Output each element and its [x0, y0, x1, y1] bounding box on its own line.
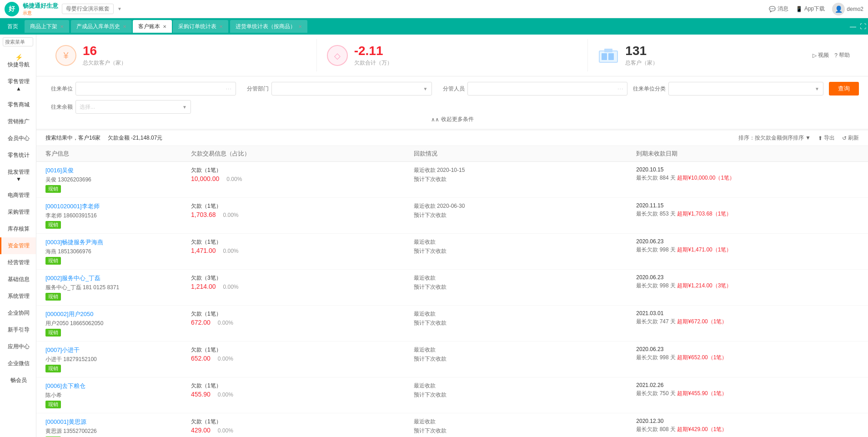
debt-percent-1: 0.00% — [223, 212, 239, 218]
debt-percent-4: 0.00% — [218, 320, 233, 326]
app-icon: 📱 — [796, 6, 803, 12]
overdue-info-5: 2020.06.23 最长欠款 998 天 超期¥652.00（1笔） — [636, 346, 859, 372]
stat-icon-debt: ¥ — [55, 44, 77, 67]
overdue-info-1: 2020.11.15 最长欠款 853 天 超期¥1,703.68（1笔） — [636, 202, 859, 229]
tab-inbound[interactable]: 进货单统计表（按商品） ✕ — [230, 20, 307, 33]
tab-produce[interactable]: 产成品入库单历史 ✕ — [71, 20, 132, 33]
company-name[interactable]: 母婴行业演示账套 — [62, 4, 114, 14]
debt-count-3: 欠款（3笔） — [191, 274, 221, 282]
filter-select-category[interactable]: ▼ — [668, 82, 823, 95]
sidebar-item-vip[interactable]: 畅会员 — [0, 372, 36, 389]
sidebar-item-warehouse[interactable]: 库存核算 — [0, 221, 36, 237]
overdue-date-2: 2020.06.23 — [636, 238, 859, 245]
filter-select-dept[interactable]: ▼ — [271, 82, 432, 95]
tab-close-customer[interactable]: ✕ — [163, 24, 166, 29]
overdue-amount-6[interactable]: 超期¥455.90（1笔） — [677, 390, 727, 397]
debt-percent-7: 0.00% — [218, 427, 233, 434]
search-menu-input[interactable] — [3, 37, 33, 46]
table-rows: [0016]吴俊 吴俊 13026203696 现销 欠款（1笔） 10,000… — [36, 162, 868, 437]
customer-name-6[interactable]: [0006]去下粮仓 — [45, 382, 191, 390]
customer-info-7: [000001]黄思源 黄思源 13552700226 现销 — [45, 418, 191, 437]
sidebar-item-finance[interactable]: 资金管理 — [0, 237, 36, 254]
export-btn[interactable]: ⬆ 导出 — [818, 134, 835, 142]
message-btn[interactable]: 💬 消息 — [769, 5, 788, 13]
customer-name-2[interactable]: [0003]畅捷服务尹海燕 — [45, 238, 191, 246]
table-row: [000001]黄思源 黄思源 13552700226 现销 欠款（1笔） 42… — [36, 413, 868, 437]
filter-input-person[interactable]: ··· — [467, 82, 628, 95]
sidebar-item-member[interactable]: 会员中心 — [0, 130, 36, 147]
tab-home[interactable]: 首页 — [2, 20, 24, 33]
sidebar-item-quick-nav[interactable]: ⚡ 快捷导航 — [0, 49, 36, 73]
overdue-amount-7[interactable]: 超期¥429.00（1笔） — [677, 426, 727, 432]
sidebar-item-retail-stats[interactable]: 零售统计 — [0, 147, 36, 164]
overdue-amount-4[interactable]: 超期¥672.00（1笔） — [677, 318, 727, 325]
tab-goods[interactable]: 商品上下架 ✕ — [25, 20, 69, 33]
sidebar-item-system[interactable]: 系统管理 — [0, 288, 36, 305]
help-btn[interactable]: ? 帮助 — [834, 51, 850, 59]
filter-input-unit[interactable]: ··· — [75, 82, 236, 95]
tab-close-produce[interactable]: ✕ — [123, 24, 126, 29]
filter-row-1: 往来单位 ··· 分管部门 ▼ 分管人员 · — [45, 82, 859, 95]
sidebar-item-apps[interactable]: 应用中心 — [0, 338, 36, 355]
overdue-amount-3[interactable]: 超期¥1,214.00（3笔） — [677, 282, 732, 289]
collapse-btn[interactable]: ∧∧ 收起更多条件 — [431, 116, 474, 123]
quick-nav-icon: ⚡ — [4, 54, 33, 61]
user-profile[interactable]: 👤 demo2 — [832, 3, 863, 15]
sidebar-item-ops[interactable]: 经营管理 — [0, 254, 36, 271]
overdue-info-6: 2021.02.26 最长欠款 750 天 超期¥455.90（1笔） — [636, 382, 859, 408]
customer-name-4[interactable]: [000002]用户2050 — [45, 310, 191, 318]
recovery-info-3: 最近收款 预计下次收款 — [414, 274, 637, 301]
sidebar-item-marketing[interactable]: 营销推广 — [0, 113, 36, 130]
sidebar-item-basic[interactable]: 基础信息 — [0, 271, 36, 288]
tab-close-goods[interactable]: ✕ — [60, 24, 64, 29]
tab-close-inbound[interactable]: ✕ — [298, 24, 302, 29]
customer-name-0[interactable]: [0016]吴俊 — [45, 166, 191, 175]
customer-name-7[interactable]: [000001]黄思源 — [45, 418, 191, 426]
overdue-amount-5[interactable]: 超期¥652.00（1笔） — [677, 354, 727, 361]
overdue-amount-1[interactable]: 超期¥1,703.68（1笔） — [677, 211, 732, 217]
debt-count-1: 欠款（1笔） — [191, 202, 221, 210]
sidebar-item-enterprise[interactable]: 企业协同 — [0, 305, 36, 321]
customer-name-1[interactable]: [0001020001]李老师 — [45, 202, 191, 211]
refresh-btn[interactable]: ↺ 刷新 — [842, 134, 859, 142]
sidebar-item-retail-mgmt[interactable]: 零售管理 ▲ — [0, 73, 36, 96]
customer-name-3[interactable]: [0002]服务中心_丁磊 — [45, 274, 191, 282]
tab-purchase[interactable]: 采购订单统计表 ✕ — [173, 20, 228, 33]
company-dropdown-icon[interactable]: ▼ — [117, 6, 122, 11]
debt-top-4: 欠款（1笔） — [191, 310, 414, 318]
overdue-amount-0[interactable]: 超期¥10,000.00（1笔） — [677, 175, 735, 181]
recovery-next-7: 预计下次收款 — [414, 427, 637, 435]
recovery-next-3: 预计下次收款 — [414, 283, 637, 291]
search-button[interactable]: 查询 — [829, 82, 859, 95]
video-help-btn[interactable]: ▷ 视频 — [813, 51, 829, 59]
tab-maximize-btn[interactable]: ⛶ — [860, 23, 866, 30]
nav-label: 示意 — [23, 10, 58, 16]
overdue-date-6: 2021.02.26 — [636, 382, 859, 388]
app-download-btn[interactable]: 📱 App下载 — [796, 5, 825, 13]
filter-item-balance: 往来余额 选择... ▼ — [45, 100, 191, 114]
sidebar-item-retail-mall[interactable]: 零售商城 — [0, 96, 36, 113]
recovery-info-4: 最近收款 预计下次收款 — [414, 310, 637, 337]
sidebar-item-batch-mgmt[interactable]: 批发管理 ▼ — [0, 164, 36, 187]
overdue-days-0: 最长欠款 884 天 超期¥10,000.00（1笔） — [636, 174, 859, 182]
sidebar-item-ecommerce[interactable]: 电商管理 — [0, 187, 36, 204]
sidebar-item-wecom[interactable]: 企业微信 — [0, 355, 36, 372]
filter-label-person: 分管人员 — [437, 85, 465, 93]
filter-select-balance[interactable]: 选择... ▼ — [75, 100, 191, 114]
debt-top-7: 欠款（1笔） — [191, 418, 414, 426]
sidebar-item-purchase-mgmt[interactable]: 采购管理 — [0, 204, 36, 221]
tab-minimize-btn[interactable]: — — [850, 23, 856, 30]
category-dropdown-icon: ▼ — [815, 86, 819, 91]
sort-dropdown-icon[interactable]: ▼ — [805, 135, 811, 141]
col-header-debt: 欠款交易信息（占比） — [191, 150, 414, 158]
overdue-amount-2[interactable]: 超期¥1,471.00（1笔） — [677, 246, 732, 253]
customer-name-5[interactable]: [0007]小进干 — [45, 346, 191, 354]
customer-sub-7: 黄思源 13552700226 — [45, 427, 191, 435]
customer-sub-0: 吴俊 13026203696 — [45, 176, 191, 184]
tab-customer[interactable]: 客户账本 ✕ — [133, 20, 172, 33]
overdue-days-2: 最长欠款 998 天 超期¥1,471.00（1笔） — [636, 246, 859, 254]
sidebar-item-newbie[interactable]: 新手引导 — [0, 321, 36, 338]
tab-close-purchase[interactable]: ✕ — [219, 24, 223, 29]
header-right: 💬 消息 📱 App下载 👤 demo2 — [769, 3, 863, 15]
recovery-next-0: 预计下次收款 — [414, 176, 637, 183]
